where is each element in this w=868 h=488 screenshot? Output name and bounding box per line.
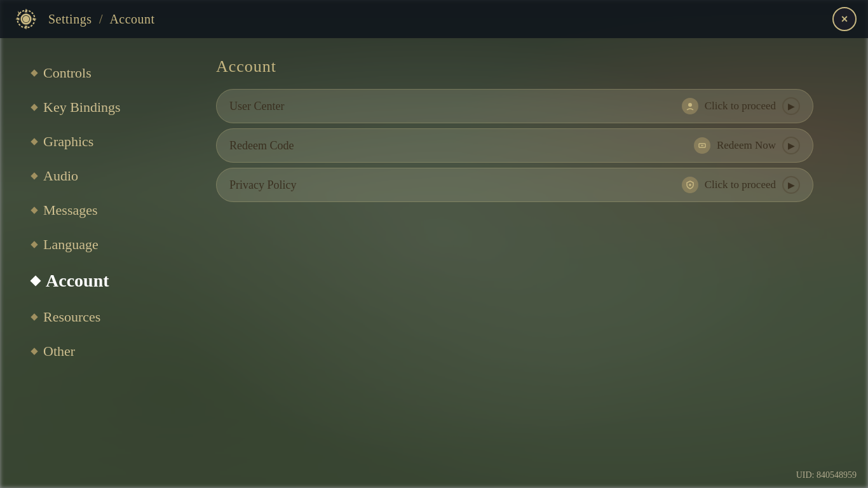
sidebar-bullet-messages bbox=[31, 207, 37, 214]
section-title: Account bbox=[216, 57, 843, 76]
breadcrumb: Settings / Account bbox=[48, 12, 155, 27]
user-center-action: Click to proceed ▶ bbox=[682, 97, 800, 115]
redeem-code-label: Redeem Code bbox=[229, 139, 694, 152]
breadcrumb-current: Account bbox=[109, 12, 154, 26]
user-center-icon bbox=[682, 98, 698, 114]
user-center-row[interactable]: User Center Click to proceed ▶ bbox=[216, 89, 813, 123]
sidebar-item-graphics[interactable]: Graphics bbox=[25, 126, 191, 158]
close-button[interactable]: × bbox=[832, 7, 857, 31]
sidebar-item-controls[interactable]: Controls bbox=[25, 57, 191, 89]
privacy-policy-label: Privacy Policy bbox=[229, 179, 682, 192]
sidebar-label-audio: Audio bbox=[43, 168, 78, 184]
sidebar-bullet-language bbox=[31, 241, 37, 248]
privacy-policy-icon bbox=[682, 177, 698, 193]
sidebar-item-other[interactable]: Other bbox=[25, 336, 191, 367]
sidebar-bullet-other bbox=[31, 348, 37, 355]
top-bar: Settings / Account × bbox=[0, 0, 868, 38]
redeem-code-arrow-icon: ▶ bbox=[782, 137, 800, 154]
user-center-arrow-icon: ▶ bbox=[782, 97, 800, 115]
sidebar-label-account: Account bbox=[46, 271, 109, 291]
sidebar-label-language: Language bbox=[43, 236, 98, 253]
sidebar-item-audio[interactable]: Audio bbox=[25, 160, 191, 192]
sidebar-bullet-account bbox=[31, 276, 41, 287]
close-icon: × bbox=[841, 13, 848, 26]
sidebar-label-other: Other bbox=[43, 343, 75, 360]
privacy-policy-action-label: Click to proceed bbox=[705, 179, 776, 191]
user-center-action-label: Click to proceed bbox=[705, 100, 776, 112]
sidebar-item-resources[interactable]: Resources bbox=[25, 301, 191, 333]
sidebar-label-key-bindings: Key Bindings bbox=[43, 99, 121, 116]
user-center-label: User Center bbox=[229, 100, 682, 113]
sidebar-label-resources: Resources bbox=[43, 309, 100, 325]
privacy-policy-action: Click to proceed ▶ bbox=[682, 176, 800, 194]
sidebar-bullet-controls bbox=[31, 69, 37, 76]
svg-point-3 bbox=[688, 103, 692, 107]
sidebar-bullet-graphics bbox=[31, 138, 37, 145]
content-area: Account User Center Click to proceed ▶ bbox=[191, 38, 868, 488]
svg-point-2 bbox=[23, 16, 30, 23]
sidebar-item-messages[interactable]: Messages bbox=[25, 194, 191, 226]
breadcrumb-settings: Settings bbox=[48, 12, 92, 26]
sidebar: Controls Key Bindings Graphics Audio Mes… bbox=[0, 38, 191, 488]
sidebar-bullet-key-bindings bbox=[31, 104, 37, 111]
sidebar-bullet-audio bbox=[31, 172, 37, 179]
privacy-policy-arrow-icon: ▶ bbox=[782, 176, 800, 194]
redeem-code-action-label: Redeem Now bbox=[717, 139, 776, 152]
gear-icon bbox=[13, 6, 39, 32]
sidebar-item-language[interactable]: Language bbox=[25, 229, 191, 261]
redeem-code-action: Redeem Now ▶ bbox=[694, 137, 800, 154]
breadcrumb-separator: / bbox=[99, 12, 103, 26]
privacy-policy-row[interactable]: Privacy Policy Click to proceed ▶ bbox=[216, 168, 813, 202]
sidebar-label-messages: Messages bbox=[43, 202, 98, 219]
sidebar-item-key-bindings[interactable]: Key Bindings bbox=[25, 92, 191, 123]
main-layout: Controls Key Bindings Graphics Audio Mes… bbox=[0, 38, 868, 488]
uid-text: UID: 840548959 bbox=[796, 470, 857, 480]
sidebar-label-controls: Controls bbox=[43, 65, 92, 81]
redeem-code-icon bbox=[694, 137, 710, 154]
sidebar-bullet-resources bbox=[31, 313, 37, 320]
redeem-code-row[interactable]: Redeem Code Redeem Now ▶ bbox=[216, 128, 813, 163]
sidebar-label-graphics: Graphics bbox=[43, 133, 93, 150]
settings-list: User Center Click to proceed ▶ Redeem Co… bbox=[216, 89, 813, 202]
sidebar-item-account[interactable]: Account bbox=[25, 263, 191, 299]
